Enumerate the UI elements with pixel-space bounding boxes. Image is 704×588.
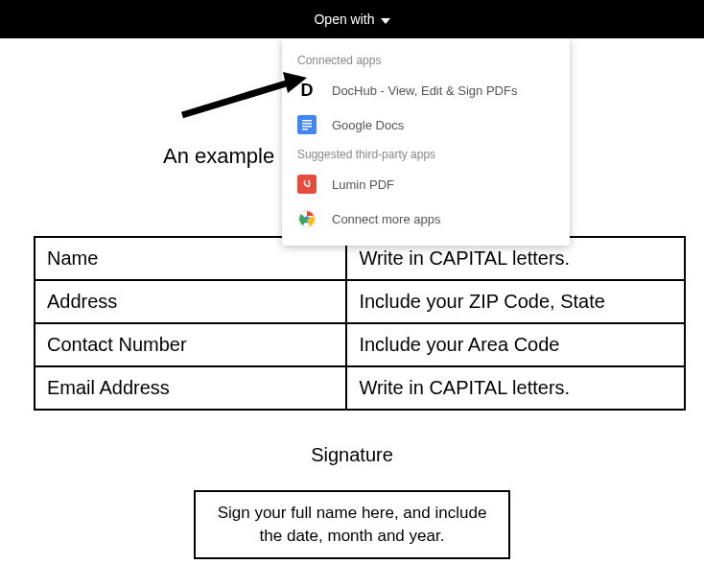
lumin-pdf-icon bbox=[297, 175, 317, 194]
google-docs-icon bbox=[297, 115, 317, 134]
table-cell-label: Email Address bbox=[35, 366, 346, 410]
dropdown-item-gdocs[interactable]: Google Docs bbox=[282, 107, 570, 142]
table-cell-hint: Write in CAPITAL letters. bbox=[346, 366, 685, 410]
dropdown-item-lumin[interactable]: Lumin PDF bbox=[282, 167, 570, 201]
signature-heading: Signature bbox=[38, 444, 666, 466]
dropdown-section-connected: Connected apps bbox=[282, 48, 570, 73]
svg-rect-5 bbox=[297, 175, 317, 194]
form-table: Name Write in CAPITAL letters. Address I… bbox=[34, 236, 686, 411]
svg-rect-1 bbox=[302, 120, 312, 122]
dropdown-item-label: Google Docs bbox=[332, 118, 404, 132]
open-with-dropdown: Connected apps D DocHub - View, Edit & S… bbox=[282, 38, 570, 246]
table-row: Contact Number Include your Area Code bbox=[35, 323, 685, 366]
dropdown-item-label: DocHub - View, Edit & Sign PDFs bbox=[332, 83, 517, 98]
chrome-webstore-icon bbox=[297, 209, 317, 228]
dropdown-section-suggested: Suggested third-party apps bbox=[282, 142, 570, 167]
table-cell-hint: Include your ZIP Code, State bbox=[346, 280, 685, 323]
dropdown-item-dochub[interactable]: D DocHub - View, Edit & Sign PDFs bbox=[282, 73, 570, 107]
dropdown-item-label: Connect more apps bbox=[332, 212, 440, 226]
svg-rect-3 bbox=[302, 126, 312, 128]
table-cell-label: Contact Number bbox=[35, 323, 346, 366]
table-cell-hint: Include your Area Code bbox=[346, 323, 685, 366]
svg-rect-0 bbox=[297, 115, 317, 134]
open-with-label: Open with bbox=[314, 12, 374, 27]
dochub-icon: D bbox=[297, 81, 317, 100]
svg-rect-2 bbox=[302, 123, 312, 125]
caret-down-icon bbox=[381, 12, 390, 27]
table-row: Address Include your ZIP Code, State bbox=[35, 280, 685, 323]
svg-rect-4 bbox=[302, 129, 308, 130]
signature-instruction-box: Sign your full name here, and include th… bbox=[194, 490, 510, 559]
table-row: Email Address Write in CAPITAL letters. bbox=[35, 366, 685, 410]
dropdown-item-label: Lumin PDF bbox=[332, 177, 394, 192]
dropdown-item-connect-more[interactable]: Connect more apps bbox=[282, 201, 570, 236]
top-bar: Open with bbox=[0, 0, 704, 38]
open-with-button[interactable]: Open with bbox=[306, 8, 397, 31]
table-cell-label: Address bbox=[35, 280, 346, 323]
